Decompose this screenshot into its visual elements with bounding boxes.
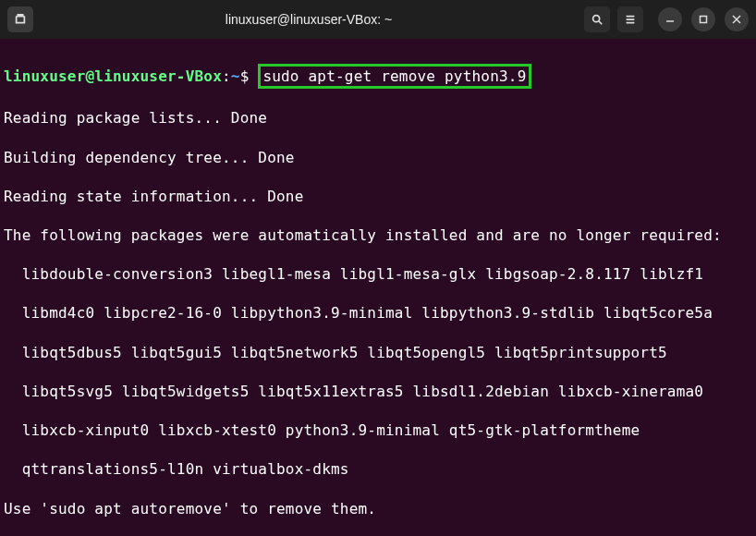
output-line: libxcb-xinput0 libxcb-xtest0 python3.9-m… [4,420,752,440]
output-line: libqt5dbus5 libqt5gui5 libqt5network5 li… [4,343,752,362]
window-controls [658,7,749,31]
output-line: Reading package lists... Done [4,108,752,128]
output-line: Building dependency tree... Done [4,148,752,167]
svg-rect-1 [701,17,707,23]
prompt-path: ~ [231,67,240,85]
titlebar: linuxuser@linuxuser-VBox: ~ [0,0,756,39]
command-highlight: sudo apt-get remove python3.9 [258,64,530,89]
output-line: Reading state information... Done [4,187,752,206]
prompt-line-1: linuxuser@linuxuser-VBox:~$ sudo apt-get… [4,64,752,89]
output-line: libdouble-conversion3 libegl1-mesa libgl… [4,264,752,284]
prompt-user: linuxuser@linuxuser-VBox [4,67,222,85]
terminal-area[interactable]: linuxuser@linuxuser-VBox:~$ sudo apt-get… [0,39,756,536]
new-tab-button[interactable] [7,6,33,32]
minimize-button[interactable] [658,7,682,31]
close-button[interactable] [725,7,749,31]
output-line: qttranslations5-l10n virtualbox-dkms [4,459,752,479]
menu-button[interactable] [617,6,643,32]
output-line: libmd4c0 libpcre2-16-0 libpython3.9-mini… [4,303,752,323]
output-line: The following packages were automaticall… [4,225,752,245]
window-title: linuxuser@linuxuser-VBox: ~ [41,12,577,27]
svg-point-0 [593,16,600,22]
maximize-button[interactable] [691,7,715,31]
output-line: libqt5svg5 libqt5widgets5 libqt5x11extra… [4,382,752,401]
search-button[interactable] [584,6,610,32]
output-line: Use 'sudo apt autoremove' to remove them… [4,499,752,518]
